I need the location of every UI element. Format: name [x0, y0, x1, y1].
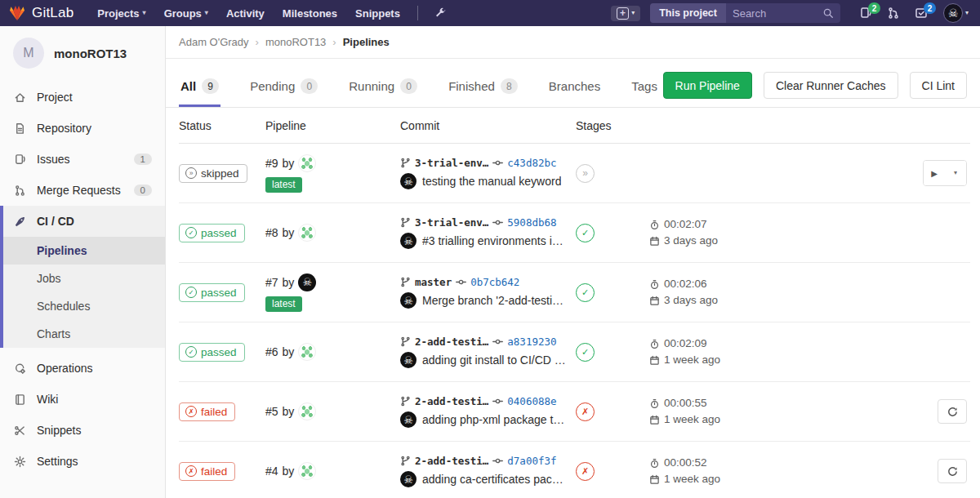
- nav-milestones[interactable]: Milestones: [274, 0, 346, 26]
- stage-skipped-icon[interactable]: »: [576, 164, 595, 183]
- gitlab-home-link[interactable]: GitLab: [8, 4, 74, 22]
- sidebar-item-snippets[interactable]: Snippets: [0, 415, 165, 446]
- stage-passed-icon[interactable]: ✓: [576, 343, 595, 362]
- status-badge[interactable]: ✗ failed: [179, 462, 235, 481]
- sidebar-item-charts[interactable]: Charts: [3, 320, 165, 348]
- search-scope-chip[interactable]: This project: [650, 3, 726, 23]
- branch-name-link[interactable]: 2-add-testi…: [415, 336, 488, 348]
- sidebar-item-issues[interactable]: Issues 1: [0, 144, 165, 175]
- commit-message-link[interactable]: Merge branch '2-add-testi…: [422, 294, 564, 307]
- commit-author-avatar[interactable]: ☠: [400, 173, 416, 189]
- new-menu-button[interactable]: + ▾: [611, 6, 640, 21]
- merge-requests-counter-button[interactable]: [880, 0, 907, 26]
- nav-projects[interactable]: Projects▾: [88, 0, 154, 26]
- play-dropdown-button[interactable]: ▾: [945, 161, 966, 185]
- todos-counter-button[interactable]: 2: [907, 0, 935, 26]
- sidebar-item-wiki[interactable]: Wiki: [0, 384, 165, 415]
- sidebar-item-repository[interactable]: Repository: [0, 113, 165, 144]
- user-avatar[interactable]: ☠: [943, 3, 963, 23]
- stage-failed-icon[interactable]: ✗: [576, 402, 595, 421]
- stage-passed-icon[interactable]: ✓: [576, 283, 595, 302]
- pipeline-finished-ago: 1 week ago: [664, 471, 720, 487]
- commit-author-avatar[interactable]: ☠: [400, 411, 416, 428]
- commit-author-avatar[interactable]: ☠: [400, 233, 416, 249]
- run-pipeline-button[interactable]: Run Pipeline: [663, 72, 752, 99]
- commit-sha-link[interactable]: d7a00f3f: [507, 455, 556, 467]
- stage-passed-icon[interactable]: ✓: [576, 224, 595, 242]
- status-passed-icon: ✓: [185, 287, 197, 298]
- admin-wrench-button[interactable]: [426, 0, 454, 26]
- stage-failed-icon[interactable]: ✗: [576, 462, 595, 481]
- latest-badge: latest: [265, 177, 302, 193]
- nav-snippets[interactable]: Snippets: [346, 0, 409, 26]
- retry-pipeline-button[interactable]: [938, 399, 967, 424]
- pipelines-toolbar: All 9 Pending 0 Running 0 Finished 8 Bra…: [166, 59, 980, 108]
- play-pipeline-button[interactable]: ▶: [924, 161, 945, 185]
- pipeline-id-link[interactable]: #8: [265, 226, 278, 239]
- triggerer-avatar[interactable]: [298, 224, 316, 242]
- tab-branches[interactable]: Branches: [547, 70, 602, 107]
- branch-name-link[interactable]: 3-trial-env…: [415, 157, 488, 169]
- status-badge[interactable]: ✓ passed: [179, 224, 245, 242]
- commit-sha-link[interactable]: 0406088e: [507, 395, 556, 407]
- pipeline-id-link[interactable]: #6: [265, 345, 278, 358]
- tab-finished[interactable]: Finished 8: [447, 70, 519, 107]
- commit-sha-link[interactable]: 5908db68: [507, 216, 556, 229]
- retry-pipeline-button[interactable]: [938, 459, 967, 483]
- triggerer-avatar[interactable]: [298, 462, 316, 480]
- ci-lint-button[interactable]: CI Lint: [910, 72, 967, 99]
- tab-tags[interactable]: Tags: [630, 70, 659, 107]
- status-badge[interactable]: ✓ passed: [179, 343, 245, 362]
- tab-all[interactable]: All 9: [179, 70, 220, 107]
- sidebar-item-schedules[interactable]: Schedules: [3, 292, 165, 320]
- search-icon[interactable]: [822, 7, 840, 19]
- commit-author-avatar[interactable]: ☠: [400, 292, 416, 309]
- pipeline-id-link[interactable]: #7: [265, 276, 278, 289]
- branch-name-link[interactable]: 3-trial-env…: [415, 216, 488, 229]
- triggerer-avatar[interactable]: ☠: [298, 273, 316, 291]
- commit-sha-link[interactable]: 0b7cb642: [470, 276, 519, 288]
- issues-counter-button[interactable]: 2: [852, 0, 880, 26]
- triggerer-avatar[interactable]: [298, 154, 316, 172]
- sidebar-item-operations[interactable]: Operations: [0, 353, 165, 384]
- commit-author-avatar[interactable]: ☠: [400, 471, 416, 487]
- nav-activity[interactable]: Activity: [217, 0, 274, 26]
- pipeline-id-link[interactable]: #5: [265, 405, 278, 418]
- clear-runner-caches-button[interactable]: Clear Runner Caches: [764, 72, 898, 99]
- calendar-icon: [649, 474, 660, 485]
- sidebar-item-settings[interactable]: Settings: [0, 446, 165, 477]
- project-context-header[interactable]: M monoROT13: [0, 26, 165, 82]
- status-failed-icon: ✗: [185, 465, 197, 477]
- commit-author-avatar[interactable]: ☠: [400, 352, 416, 368]
- branch-name-link[interactable]: master: [415, 276, 452, 288]
- pipeline-id-link[interactable]: #4: [265, 465, 278, 478]
- branch-name-link[interactable]: 2-add-testi…: [415, 455, 488, 467]
- sidebar-item-pipelines[interactable]: Pipelines: [3, 237, 165, 265]
- nav-groups[interactable]: Groups▾: [155, 0, 217, 26]
- commit-message-link[interactable]: adding php-xml package t…: [422, 413, 564, 426]
- sidebar-item-jobs[interactable]: Jobs: [3, 265, 165, 292]
- status-badge[interactable]: ✗ failed: [179, 402, 235, 421]
- triggerer-avatar[interactable]: [298, 402, 316, 420]
- breadcrumb-user[interactable]: Adam O'Grady: [179, 36, 249, 48]
- commit-sha-link[interactable]: a8319230: [507, 336, 556, 348]
- tab-running[interactable]: Running 0: [347, 70, 419, 107]
- search-input[interactable]: [726, 7, 822, 20]
- pipeline-id-link[interactable]: #9: [265, 157, 278, 170]
- sidebar-item-merge-requests[interactable]: Merge Requests 0: [0, 175, 165, 206]
- commit-message-link[interactable]: testing the manual keyword: [422, 175, 561, 188]
- breadcrumb-project[interactable]: monoROT13: [265, 36, 326, 48]
- tab-pending[interactable]: Pending 0: [248, 70, 319, 107]
- triggerer-avatar[interactable]: [298, 343, 316, 361]
- sidebar-item-project[interactable]: Project: [0, 82, 165, 113]
- commit-message-link[interactable]: #3 trialling environments i…: [422, 234, 564, 247]
- commit-sha-link[interactable]: c43d82bc: [507, 157, 556, 169]
- pipelines-table: Status Pipeline Commit Stages » skipped …: [166, 108, 980, 498]
- branch-name-link[interactable]: 2-add-testi…: [415, 395, 488, 407]
- sidebar-item-cicd[interactable]: CI / CD: [3, 206, 165, 237]
- status-badge[interactable]: » skipped: [179, 164, 247, 183]
- commit-message-link[interactable]: adding ca-certificates pac…: [422, 473, 564, 486]
- commit-message-link[interactable]: adding git install to CI/CD …: [422, 353, 566, 367]
- status-badge[interactable]: ✓ passed: [179, 283, 245, 302]
- chevron-down-icon[interactable]: ▾: [965, 10, 969, 16]
